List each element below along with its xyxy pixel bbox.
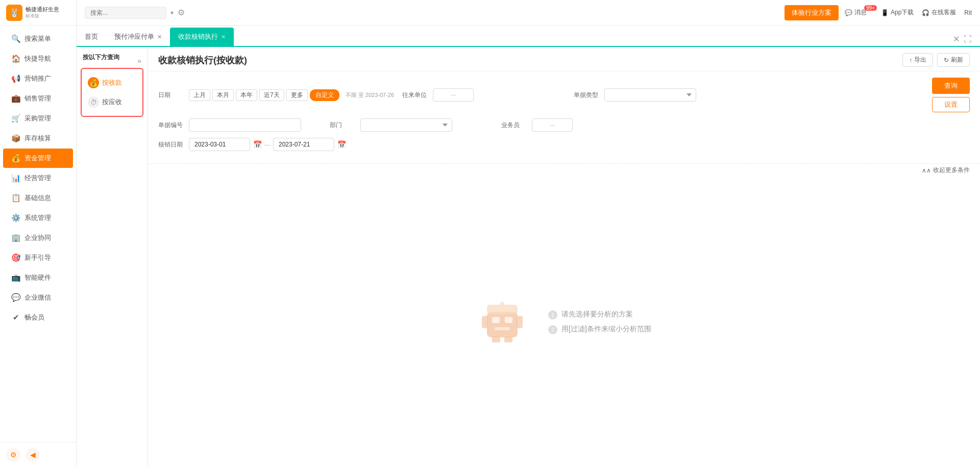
collapse-more-btn[interactable]: ∧∧ 收起更多条件 bbox=[922, 166, 970, 175]
topbar-right: 💬 消息 99+ 📱 App下载 🎧 在线客服 Rit bbox=[845, 8, 972, 17]
sidebar-item-enterprise[interactable]: 🏢 企业协同 bbox=[3, 228, 73, 248]
logo-text: 畅捷通好生意 标准版 bbox=[26, 6, 59, 19]
svg-rect-7 bbox=[504, 336, 512, 342]
marketing-icon: 📢 bbox=[11, 74, 20, 83]
tab-prepay-close[interactable]: ✕ bbox=[157, 34, 162, 40]
staff-input[interactable]: ··· bbox=[532, 118, 573, 132]
date-btn-last-month[interactable]: 上月 bbox=[189, 89, 210, 101]
topbar-gear-icon[interactable]: ⚙ bbox=[178, 8, 185, 17]
sidebar-item-sales[interactable]: 💼 销售管理 bbox=[3, 89, 73, 108]
content-area: 按以下方查询 » 💰 按收款 ⏱ 按应收 收款核销执行(按收款) bbox=[77, 47, 980, 467]
svg-rect-2 bbox=[505, 317, 512, 323]
topbar-search-input[interactable] bbox=[85, 7, 166, 19]
sidebar-item-purchase[interactable]: 🛒 采购管理 bbox=[3, 109, 73, 128]
staff-group: 业务员 ··· bbox=[501, 118, 665, 132]
counterpart-input[interactable]: ··· bbox=[433, 88, 474, 102]
setting-btn[interactable]: 设置 bbox=[932, 97, 970, 112]
tab-receipt-offset[interactable]: 收款核销执行 ✕ bbox=[170, 28, 234, 46]
sidebar-item-marketing[interactable]: 📢 营销推广 bbox=[3, 69, 73, 88]
industry-btn[interactable]: 体验行业方案 bbox=[785, 5, 839, 20]
by-receipt-icon: 💰 bbox=[88, 77, 99, 88]
offset-date-end-calendar-icon[interactable]: 📅 bbox=[337, 140, 346, 149]
svg-rect-4 bbox=[482, 316, 488, 328]
date-btn-7days[interactable]: 近7天 bbox=[259, 89, 284, 101]
offset-date-start-input[interactable] bbox=[189, 138, 250, 151]
doc-type-select[interactable] bbox=[604, 88, 696, 102]
quick-nav-icon: 🏠 bbox=[11, 54, 20, 63]
sidebar-item-operation[interactable]: 📊 经营管理 bbox=[3, 168, 73, 188]
collapse-more-section: ∧∧ 收起更多条件 bbox=[148, 163, 980, 177]
doc-type-label: 单据类型 bbox=[574, 91, 600, 100]
page-header: 收款核销执行(按收款) ↑ 导出 ↻ 刷新 bbox=[148, 47, 980, 71]
date-label: 日期 bbox=[158, 91, 185, 100]
sidebar-item-basic-info[interactable]: 📋 基础信息 bbox=[3, 188, 73, 208]
sidebar-item-smart-hw[interactable]: 📺 智能硬件 bbox=[3, 268, 73, 287]
purchase-icon: 🛒 bbox=[11, 114, 20, 123]
svg-rect-1 bbox=[492, 317, 500, 323]
svg-point-9 bbox=[500, 302, 504, 306]
main-panel: 收款核销执行(按收款) ↑ 导出 ↻ 刷新 日期 bbox=[148, 47, 980, 467]
offset-date-start-calendar-icon[interactable]: 📅 bbox=[253, 140, 262, 149]
refresh-btn[interactable]: ↻ 刷新 bbox=[937, 53, 970, 67]
export-btn[interactable]: ↑ 导出 bbox=[902, 53, 933, 67]
topbar-chevron-icon: ▾ bbox=[170, 9, 174, 16]
doc-no-input[interactable] bbox=[189, 118, 301, 132]
filter-items-border: 💰 按收款 ⏱ 按应收 bbox=[81, 68, 143, 117]
tab-home[interactable]: 首页 bbox=[77, 28, 106, 46]
export-icon: ↑ bbox=[909, 57, 912, 64]
sidebar-item-guide[interactable]: 🎯 新手引导 bbox=[3, 248, 73, 267]
settings-icon[interactable]: ⚙ bbox=[6, 448, 20, 462]
doc-type-group: 单据类型 bbox=[574, 88, 737, 102]
smart-hw-icon: 📺 bbox=[11, 273, 20, 282]
form-row-1: 日期 上月 本月 本年 近7天 更多 自定义 不限 至 2023-07-26 往… bbox=[158, 78, 970, 112]
tab-expand-icon[interactable]: ⛶ bbox=[964, 35, 972, 44]
form-row-2: 单据编号 部门 业务员 ··· bbox=[158, 118, 970, 132]
message-btn[interactable]: 💬 消息 99+ bbox=[845, 8, 873, 17]
sidebar-item-system[interactable]: ⚙️ 系统管理 bbox=[3, 208, 73, 228]
offset-date-end-input[interactable] bbox=[273, 138, 334, 151]
empty-tips: 1 请先选择要分析的方案 2 用[过滤]条件来缩小分析范围 bbox=[548, 310, 651, 334]
service-btn[interactable]: 🎧 在线客服 bbox=[922, 8, 956, 17]
date-btn-custom[interactable]: 自定义 bbox=[310, 89, 339, 101]
wecom-icon: 💬 bbox=[11, 293, 20, 302]
empty-tip-2: 2 用[过滤]条件来缩小分析范围 bbox=[548, 325, 651, 334]
tab-receipt-offset-close[interactable]: ✕ bbox=[221, 34, 226, 40]
date-shortcuts: 上月 本月 本年 近7天 更多 自定义 bbox=[189, 89, 339, 101]
sidebar-footer: ⚙ ◀ bbox=[0, 442, 76, 467]
sidebar-item-finance[interactable]: 💰 资金管理 bbox=[3, 149, 73, 168]
filter-collapse-icon[interactable]: » bbox=[135, 55, 143, 67]
sidebar-item-search-menu[interactable]: 🔍 搜索菜单 bbox=[3, 29, 73, 48]
member-icon: ✔ bbox=[11, 313, 20, 322]
system-icon: ⚙️ bbox=[11, 213, 20, 223]
sidebar-nav: 🔍 搜索菜单 🏠 快捷导航 📢 营销推广 💼 销售管理 🛒 采购管理 📦 库存核… bbox=[0, 26, 76, 442]
date-btn-this-month[interactable]: 本月 bbox=[212, 89, 234, 101]
sidebar-item-quick-nav[interactable]: 🏠 快捷导航 bbox=[3, 49, 73, 68]
empty-tip-1: 1 请先选择要分析的方案 bbox=[548, 310, 651, 319]
message-icon: 💬 bbox=[845, 9, 852, 16]
query-btn[interactable]: 查询 bbox=[932, 78, 970, 94]
empty-illustration bbox=[477, 297, 528, 348]
header-actions: ↑ 导出 ↻ 刷新 bbox=[902, 53, 970, 67]
sidebar-item-wecom[interactable]: 💬 企业微信 bbox=[3, 288, 73, 307]
filter-by-receipt[interactable]: 💰 按收款 bbox=[85, 73, 139, 92]
date-btn-this-year[interactable]: 本年 bbox=[236, 89, 257, 101]
filter-by-receivable[interactable]: ⏱ 按应收 bbox=[85, 92, 139, 112]
department-group: 部门 bbox=[330, 118, 493, 132]
page-title: 收款核销执行(按收款) bbox=[158, 54, 247, 66]
service-icon: 🎧 bbox=[922, 9, 929, 16]
svg-rect-8 bbox=[487, 305, 518, 314]
sidebar-item-inventory[interactable]: 📦 库存核算 bbox=[3, 129, 73, 148]
department-select[interactable] bbox=[360, 118, 452, 132]
by-receivable-icon: ⏱ bbox=[88, 96, 99, 108]
tabbar-actions: ✕ ⛶ bbox=[953, 34, 980, 46]
app-download-btn[interactable]: 📱 App下载 bbox=[881, 8, 914, 17]
staff-label: 业务员 bbox=[501, 121, 528, 130]
tab-close-all-icon[interactable]: ✕ bbox=[953, 34, 960, 44]
date-btn-more[interactable]: 更多 bbox=[286, 89, 308, 101]
filter-title: 按以下方查询 bbox=[81, 53, 121, 62]
tab-prepay[interactable]: 预付冲应付单 ✕ bbox=[106, 28, 170, 46]
sidebar-item-member[interactable]: ✔ 畅会员 bbox=[3, 308, 73, 327]
user-menu[interactable]: Rit bbox=[964, 9, 972, 16]
empty-state: 1 请先选择要分析的方案 2 用[过滤]条件来缩小分析范围 bbox=[148, 177, 980, 467]
collapse-sidebar-icon[interactable]: ◀ bbox=[26, 448, 40, 462]
